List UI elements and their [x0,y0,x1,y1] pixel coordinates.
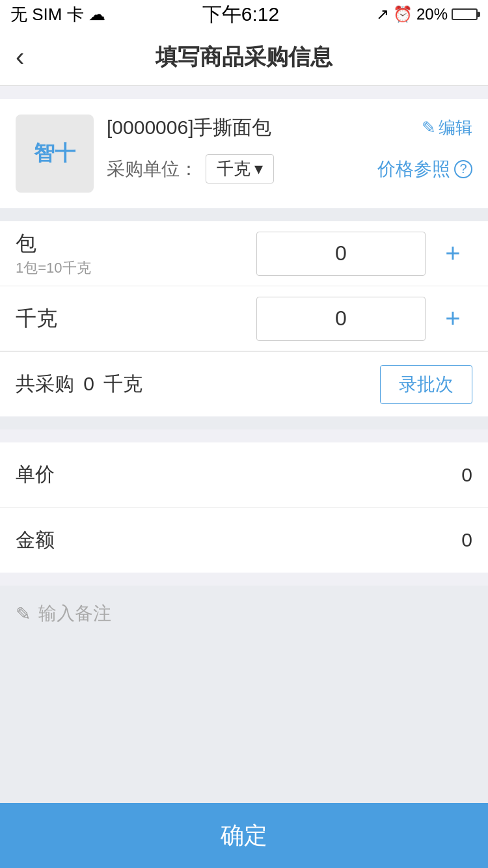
bao-value: 0 [335,241,347,265]
product-name-row: [0000006]手撕面包 ✎ 编辑 [107,115,472,141]
page-title: 填写商品采购信息 [156,42,332,72]
unit-price-value: 0 [461,464,472,486]
bao-label-group: 包 1包=10千克 [16,230,107,278]
status-time: 下午6:12 [202,1,279,28]
help-icon: ? [454,160,472,178]
divider-2 [0,416,488,429]
kg-input-wrap: 0 + [107,297,472,341]
unit-price-label: 单价 [16,461,55,488]
summary-amount: 0 [83,373,94,394]
kg-label-group: 千克 [16,305,107,333]
unit-selector-wrap: 采购单位： 千克 ▾ [107,154,274,183]
kg-input-row: 千克 0 + [0,286,488,351]
unit-select-dropdown[interactable]: 千克 ▾ [206,154,274,183]
owl-logo: 智十 [34,139,75,168]
status-right: ↗ ⏰ 20% [376,5,478,23]
input-section: 包 1包=10千克 0 + 千克 0 + 共采购 0 千克 录批次 [0,221,488,416]
summary-unit: 千克 [103,373,142,394]
product-card: 智十 [0000006]手撕面包 ✎ 编辑 采购单位： 千克 ▾ 价格参照 ? [0,99,488,208]
edit-icon: ✎ [422,118,436,138]
product-name: [0000006]手撕面包 [107,115,271,141]
bao-input[interactable]: 0 [256,232,426,276]
total-price-row: 金额 0 [0,508,488,573]
kg-label: 千克 [16,305,107,333]
unit-value: 千克 [217,157,251,180]
battery-percent: 20% [416,5,448,23]
remark-section[interactable]: ✎ 输入备注 [0,586,488,642]
battery-icon [452,8,478,20]
unit-price-row: 单价 0 [0,442,488,508]
price-section: 单价 0 金额 0 [0,442,488,573]
kg-plus-button[interactable]: + [433,299,472,338]
nav-bar: ‹ 填写商品采购信息 [0,29,488,86]
chevron-down-icon: ▾ [254,159,263,179]
product-info: [0000006]手撕面包 ✎ 编辑 采购单位： 千克 ▾ 价格参照 ? [107,115,472,183]
location-icon: ↗ [376,5,389,23]
summary-prefix: 共采购 [16,373,74,394]
back-button[interactable]: ‹ [16,36,31,78]
summary-text: 共采购 0 千克 [16,371,142,398]
bao-input-row: 包 1包=10千克 0 + [0,221,488,286]
bao-plus-button[interactable]: + [433,234,472,273]
product-thumbnail: 智十 [16,115,94,193]
edit-label: 编辑 [439,116,472,139]
bao-label: 包 [16,230,107,258]
price-ref-button[interactable]: 价格参照 ? [377,157,472,182]
unit-prefix-label: 采购单位： [107,157,198,182]
no-sim-label: 无 SIM 卡 ☁ [10,3,105,26]
pencil-icon: ✎ [16,603,31,625]
bao-input-wrap: 0 + [107,232,472,276]
price-ref-label: 价格参照 [377,157,450,182]
total-label: 金额 [16,527,55,554]
product-unit-row: 采购单位： 千克 ▾ 价格参照 ? [107,154,472,183]
status-left: 无 SIM 卡 ☁ [10,3,105,26]
kg-value: 0 [335,306,347,331]
confirm-button[interactable]: 确定 [0,803,488,868]
batch-button[interactable]: 录批次 [380,365,472,404]
status-bar: 无 SIM 卡 ☁ 下午6:12 ↗ ⏰ 20% [0,0,488,29]
divider-1 [0,208,488,221]
total-value: 0 [461,529,472,551]
edit-button[interactable]: ✎ 编辑 [422,116,472,139]
remark-input[interactable]: 输入备注 [38,601,111,626]
bao-sub-label: 1包=10千克 [16,258,107,278]
summary-row: 共采购 0 千克 录批次 [0,351,488,416]
kg-input[interactable]: 0 [256,297,426,341]
alarm-icon: ⏰ [393,5,413,23]
